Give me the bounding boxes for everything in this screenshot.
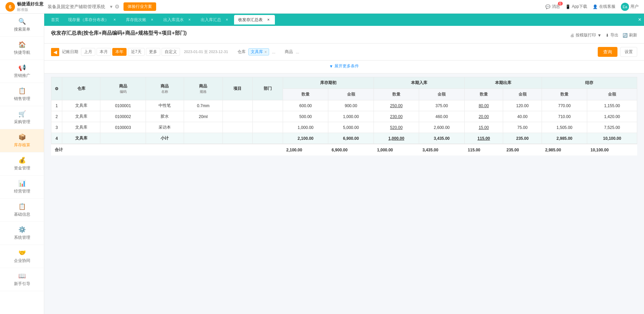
row-no: 1 xyxy=(51,100,62,111)
row-dept xyxy=(253,122,283,133)
col-opening: 库存期初 xyxy=(283,77,374,89)
row-balance-amount: 10,100.00 xyxy=(587,133,637,144)
row-dept xyxy=(253,133,283,144)
tab-batch[interactable]: 库存批次账 × xyxy=(122,15,159,24)
row-opening-qty: 1,000.00 xyxy=(283,122,328,133)
tab-inventory-dist-close[interactable]: × xyxy=(112,17,117,22)
sidebar-item-quick[interactable]: 🏠 快捷导航 xyxy=(0,37,44,60)
col-settings[interactable]: ⚙ xyxy=(51,77,62,100)
row-outbound-amount: 40.00 xyxy=(503,111,542,122)
tab-summary[interactable]: 出入库汇总 × xyxy=(197,15,233,24)
sidebar-item-enterprise[interactable]: 🤝 企业协同 xyxy=(0,245,44,268)
row-code: 0100002 xyxy=(100,111,146,122)
warehouse-tag[interactable]: 文具库 × xyxy=(248,48,269,55)
settings-button[interactable]: 设置 xyxy=(620,47,637,57)
tab-home[interactable]: 首页 xyxy=(47,15,63,24)
action-buttons: 查询 设置 xyxy=(598,47,637,57)
col-outbound: 本期出库 xyxy=(464,77,542,89)
warehouse-filter: 仓库 文具库 × ... xyxy=(237,48,275,55)
message-item[interactable]: 💬 消息 6 xyxy=(545,4,560,10)
sidebar-item-finance[interactable]: 💰 资金管理 xyxy=(0,152,44,176)
row-no: 4 xyxy=(51,133,62,144)
refresh-label: 刷新 xyxy=(629,32,637,38)
date-btn-this-year[interactable]: 本年 xyxy=(112,48,127,56)
footer-balance-amount: 10,100.00 xyxy=(587,144,637,155)
row-code: 0100003 xyxy=(100,122,146,133)
operations-icon: 📊 xyxy=(18,180,26,187)
date-btn-custom[interactable]: 自定义 xyxy=(162,48,180,56)
row-inbound-amount: 2,600.00 xyxy=(419,122,464,133)
col-warehouse: 仓库 xyxy=(62,77,100,100)
sidebar-label-sales: 销售管理 xyxy=(14,96,30,102)
row-opening-amount: 900.00 xyxy=(328,100,374,111)
tab-bar-close[interactable]: × xyxy=(638,17,641,23)
tab-flow[interactable]: 出入库流水 × xyxy=(159,15,196,24)
date-buttons: 上月 本月 本年 近7天 更多 自定义 xyxy=(81,48,180,56)
avatar: Ea xyxy=(621,3,629,11)
footer-inbound-qty: 1,000.00 xyxy=(374,144,419,155)
tab-flow-close[interactable]: × xyxy=(187,17,192,22)
basic-icon: 📋 xyxy=(18,203,26,210)
row-spec xyxy=(184,122,223,133)
tab-inventory-dist[interactable]: 现存量（库存分布表） × xyxy=(64,15,121,24)
export-btn[interactable]: ⬇ 导出 xyxy=(606,32,618,38)
online-service-item[interactable]: 👤 在线客服 xyxy=(593,4,615,10)
row-no: 3 xyxy=(51,122,62,133)
page-title: 收发存汇总表(按仓库+商品编码+商品+规格型号+项目+部门) xyxy=(51,30,187,36)
row-inbound-qty[interactable]: 250.00 xyxy=(374,100,419,111)
warehouse-tag-close[interactable]: × xyxy=(264,50,267,54)
row-no: 2 xyxy=(51,111,62,122)
date-btn-this-month[interactable]: 本月 xyxy=(97,48,111,56)
sidebar-item-system[interactable]: ⚙️ 系统管理 xyxy=(0,222,44,245)
row-inbound-qty[interactable]: 230.00 xyxy=(374,111,419,122)
sidebar-item-marketing[interactable]: 📢 营销推广 xyxy=(0,60,44,83)
row-outbound-qty[interactable]: 115.00 xyxy=(464,133,503,144)
filter-toggle[interactable]: ◀ xyxy=(51,48,59,56)
query-button[interactable]: 查询 xyxy=(598,47,617,57)
row-outbound-qty[interactable]: 15.00 xyxy=(464,122,503,133)
col-balance: 结存 xyxy=(542,77,637,89)
row-balance-qty: 770.00 xyxy=(542,100,587,111)
app-download-item[interactable]: 📱 App下载 xyxy=(565,4,587,10)
row-warehouse: 文具库 xyxy=(62,111,100,122)
row-inbound-qty[interactable]: 1,000.00 xyxy=(374,133,419,144)
row-opening-qty: 2,100.00 xyxy=(283,133,328,144)
tab-batch-label: 库存批次账 xyxy=(126,17,146,23)
sidebar-label-guide: 新手引导 xyxy=(14,281,30,287)
sidebar-item-basic[interactable]: 📋 基础信息 xyxy=(0,199,44,222)
tab-receive-summary[interactable]: 收发存汇总表 × xyxy=(234,15,275,24)
system-dropdown[interactable]: ▼ xyxy=(109,4,113,9)
date-btn-7days[interactable]: 近7天 xyxy=(128,48,145,56)
row-inbound-qty[interactable]: 520.00 xyxy=(374,122,419,133)
tab-batch-close[interactable]: × xyxy=(150,17,154,22)
tab-receive-summary-close[interactable]: × xyxy=(266,17,271,22)
row-dept xyxy=(253,111,283,122)
date-btn-more[interactable]: 更多 xyxy=(146,48,160,56)
warehouse-filter-dots[interactable]: ... xyxy=(272,50,275,54)
date-range: 2023-01-01 至 2023-12-31 xyxy=(184,49,228,54)
col-inbound-amount: 金额 xyxy=(419,89,464,100)
sidebar-item-search[interactable]: 🔍 搜索菜单 xyxy=(0,14,44,37)
refresh-btn[interactable]: 🔄 刷新 xyxy=(623,32,637,38)
expand-conditions-btn[interactable]: ▼ 展开更多条件 xyxy=(329,63,359,69)
product-filter-dots[interactable]: ... xyxy=(296,50,299,54)
sidebar-label-enterprise: 企业协同 xyxy=(14,258,30,264)
sidebar-item-inventory[interactable]: 📦 库存核算 xyxy=(0,129,44,152)
sidebar-item-purchase[interactable]: 🛒 采购管理 xyxy=(0,106,44,129)
sidebar-item-sales[interactable]: 📋 销售管理 xyxy=(0,83,44,106)
tab-summary-close[interactable]: × xyxy=(225,17,229,22)
trial-button[interactable]: 体验行业方案 xyxy=(123,2,156,11)
row-outbound-qty[interactable]: 80.00 xyxy=(464,100,503,111)
sidebar-item-operations[interactable]: 📊 经营管理 xyxy=(0,176,44,199)
footer-opening-qty: 2,100.00 xyxy=(283,144,328,155)
date-btn-last-month[interactable]: 上月 xyxy=(81,48,95,56)
table-row: 4文具库小计2,100.006,900.001,000.003,435.0011… xyxy=(51,133,637,144)
row-outbound-qty[interactable]: 20.00 xyxy=(464,111,503,122)
settings-icon[interactable]: ⚙ xyxy=(115,3,119,10)
row-balance-qty: 2,985.00 xyxy=(542,133,587,144)
user-item[interactable]: Ea 用户 xyxy=(621,3,639,11)
tab-bar: 首页 现存量（库存分布表） × 库存批次账 × 出入库流水 × 出入库汇总 × xyxy=(44,14,644,26)
col-opening-amount: 金额 xyxy=(328,89,374,100)
print-btn[interactable]: 🖨 按模版打印 ▼ xyxy=(570,32,601,38)
sidebar-item-guide[interactable]: 📖 新手引导 xyxy=(0,268,44,291)
